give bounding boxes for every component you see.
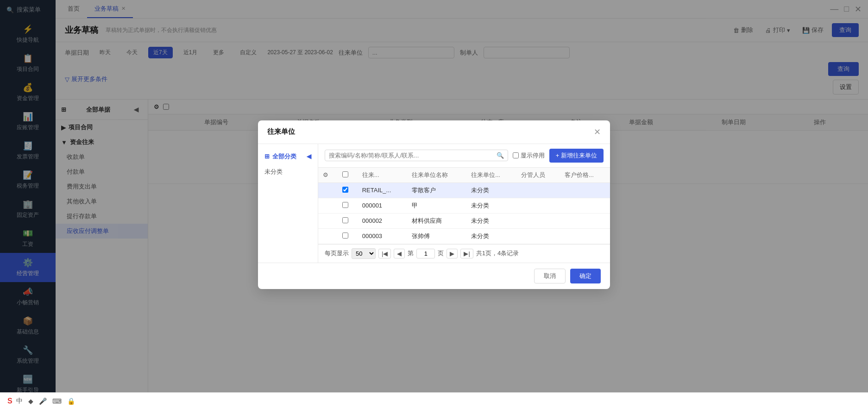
first-page-btn[interactable]: |◀ <box>378 249 391 258</box>
taskbar-keyboard-icon[interactable]: ⌨ <box>52 397 62 405</box>
row-manager <box>516 213 560 228</box>
modal-col-settings: ⚙ <box>318 168 338 183</box>
row-price <box>560 228 610 244</box>
modal-table-wrap: ⚙ 往来... 往来单位名称 往来单位... 分管人员 客户价格... <box>318 168 610 244</box>
total-records: 共1页，4条记录 <box>476 249 519 258</box>
modal: 往来单位 ✕ ⊞ 全部分类 ◀ 未分类 <box>258 120 610 289</box>
row-code: 000001 <box>358 198 408 213</box>
row-manager <box>516 228 560 244</box>
confirm-button[interactable]: 确定 <box>570 269 601 283</box>
row-name: 材料供应商 <box>407 213 466 228</box>
page-label: 第 <box>408 249 414 258</box>
taskbar-lock-icon[interactable]: 🔒 <box>67 397 75 405</box>
row-code: 000002 <box>358 213 408 228</box>
modal-toolbar: 🔍 显示停用 + 新增往来单位 <box>318 144 610 168</box>
prev-page-btn[interactable]: ◀ <box>394 249 405 258</box>
row-category: 未分类 <box>466 198 516 213</box>
row-settings <box>318 228 338 244</box>
row-settings <box>318 182 338 198</box>
modal-pagination: 每页显示 50 100 |◀ ◀ 第 页 ▶ ▶| 共1页，4条记录 <box>318 244 610 263</box>
page-suffix: 页 <box>438 249 444 258</box>
row-name: 零散客户 <box>407 182 466 198</box>
row-price <box>560 198 610 213</box>
modal-col-name: 往来单位名称 <box>407 168 466 183</box>
per-page-label: 每页显示 <box>325 249 349 258</box>
show-disabled-label[interactable]: 显示停用 <box>513 151 545 160</box>
modal-title: 往来单位 <box>267 127 295 136</box>
modal-col-code: 往来... <box>358 168 408 183</box>
modal-sidebar-collapse-icon[interactable]: ◀ <box>307 153 311 160</box>
modal-body: ⊞ 全部分类 ◀ 未分类 🔍 显示停用 <box>258 144 610 263</box>
bottom-bar: S 中 ◆ 🎤 ⌨ 🔒 <box>0 392 868 409</box>
modal-content-area: 🔍 显示停用 + 新增往来单位 ⚙ <box>318 144 610 263</box>
modal-category-label: 全部分类 <box>272 152 296 161</box>
row-category: 未分类 <box>466 182 516 198</box>
page-number-input[interactable] <box>416 249 435 258</box>
row-name: 张帅傅 <box>407 228 466 244</box>
category-grid-icon: ⊞ <box>264 153 270 160</box>
row-code: 000003 <box>358 228 408 244</box>
taskbar-mic-icon[interactable]: 🎤 <box>39 397 47 405</box>
modal-table-row[interactable]: RETAIL_... 零散客户 未分类 <box>318 182 610 198</box>
row-price <box>560 182 610 198</box>
modal-close-button[interactable]: ✕ <box>594 127 601 137</box>
modal-overlay[interactable]: 往来单位 ✕ ⊞ 全部分类 ◀ 未分类 <box>0 0 868 409</box>
cancel-button[interactable]: 取消 <box>534 269 566 283</box>
modal-table: ⚙ 往来... 往来单位名称 往来单位... 分管人员 客户价格... <box>318 168 610 244</box>
row-checkbox[interactable] <box>338 213 358 228</box>
modal-table-row[interactable]: 000002 材料供应商 未分类 <box>318 213 610 228</box>
modal-col-category: 往来单位... <box>466 168 516 183</box>
row-category: 未分类 <box>466 213 516 228</box>
modal-footer: 取消 确定 <box>258 263 610 289</box>
modal-search-icon: 🔍 <box>497 152 504 159</box>
add-company-button[interactable]: + 新增往来单位 <box>549 149 604 163</box>
row-checkbox[interactable] <box>338 198 358 213</box>
show-disabled-checkbox[interactable] <box>513 152 519 158</box>
row-settings <box>318 198 338 213</box>
taskbar-zh-icon[interactable]: 中 <box>16 397 23 405</box>
modal-table-row[interactable]: 000001 甲 未分类 <box>318 198 610 213</box>
row-category: 未分类 <box>466 228 516 244</box>
row-settings <box>318 213 338 228</box>
modal-sidebar: ⊞ 全部分类 ◀ 未分类 <box>258 144 318 263</box>
row-price <box>560 213 610 228</box>
modal-select-all[interactable] <box>342 171 348 177</box>
row-code: RETAIL_... <box>358 182 408 198</box>
modal-col-price: 客户价格... <box>560 168 610 183</box>
taskbar-icons: 中 ◆ 🎤 ⌨ 🔒 <box>16 397 75 405</box>
modal-search-box[interactable]: 🔍 <box>325 150 508 161</box>
modal-col-manager: 分管人员 <box>516 168 560 183</box>
row-checkbox[interactable] <box>338 228 358 244</box>
last-page-btn[interactable]: ▶| <box>460 249 473 258</box>
row-checkbox[interactable] <box>338 182 358 198</box>
modal-search-input[interactable] <box>329 152 494 159</box>
row-name: 甲 <box>407 198 466 213</box>
modal-table-row[interactable]: 000003 张帅傅 未分类 <box>318 228 610 244</box>
row-manager <box>516 182 560 198</box>
taskbar-logo: S <box>7 397 13 405</box>
modal-category-all[interactable]: ⊞ 全部分类 ◀ <box>258 149 318 164</box>
per-page-select[interactable]: 50 100 <box>352 248 376 259</box>
modal-col-checkbox <box>338 168 358 183</box>
taskbar-diamond-icon: ◆ <box>28 397 33 405</box>
row-manager <box>516 198 560 213</box>
modal-header: 往来单位 ✕ <box>258 120 610 144</box>
next-page-btn[interactable]: ▶ <box>447 249 458 258</box>
modal-cat-item-unclassified[interactable]: 未分类 <box>258 164 318 179</box>
